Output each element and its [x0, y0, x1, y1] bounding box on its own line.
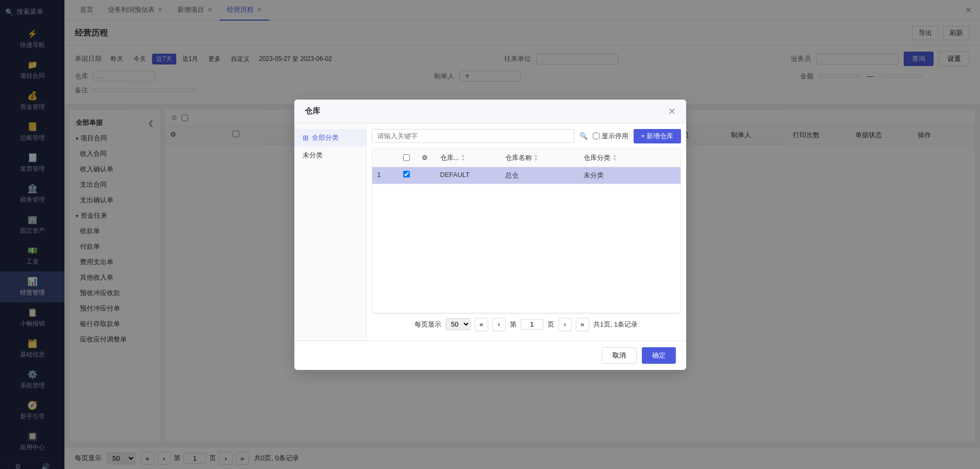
modal-th-num — [372, 149, 398, 167]
modal-search-bar: 🔍 显示停用 + 新增仓库 — [372, 129, 681, 143]
show-disabled-checkbox[interactable] — [593, 133, 600, 139]
modal-td-num: 1 — [372, 167, 398, 184]
modal-total-info: 共1页, 1条记录 — [593, 320, 638, 329]
modal-left-panel: ⊞全部分类未分类 — [294, 124, 367, 341]
modal-overlay: 仓库 ✕ ⊞全部分类未分类 🔍 显示停用 + 新增仓库 — [0, 0, 980, 469]
warehouse-modal: 仓库 ✕ ⊞全部分类未分类 🔍 显示停用 + 新增仓库 — [294, 100, 686, 370]
modal-td-check[interactable] — [398, 167, 417, 184]
modal-td-name: 总仓 — [500, 167, 579, 184]
modal-left-item-全部分类[interactable]: ⊞全部分类 — [294, 129, 366, 147]
confirm-button[interactable]: 确定 — [642, 347, 676, 364]
modal-td-code: DEFAULT — [435, 167, 500, 184]
modal-th-check — [398, 149, 417, 167]
modal-warehouse-table: ⚙ 仓库... ▲▼ 仓库名称 ▲▼ 仓库分类 ▲▼ — [372, 149, 681, 313]
modal-th-code: 仓库... ▲▼ — [435, 149, 500, 167]
modal-td-category: 未分类 — [578, 167, 680, 184]
modal-per-page-select[interactable]: 50 — [445, 318, 471, 330]
modal-right-panel: 🔍 显示停用 + 新增仓库 ⚙ — [367, 124, 686, 341]
modal-select-all[interactable] — [403, 154, 410, 161]
modal-search-icon[interactable]: 🔍 — [579, 132, 588, 140]
modal-next-page[interactable]: › — [558, 318, 572, 331]
modal-th-name: 仓库名称 ▲▼ — [500, 149, 579, 167]
modal-page-input[interactable] — [521, 319, 543, 330]
modal-prev-page[interactable]: ‹ — [492, 318, 506, 331]
modal-title: 仓库 — [305, 106, 320, 116]
modal-per-page-label: 每页显示 — [414, 320, 441, 329]
modal-page-suffix: 页 — [547, 320, 554, 329]
modal-body: ⊞全部分类未分类 🔍 显示停用 + 新增仓库 — [294, 124, 686, 341]
modal-table-row[interactable]: 1 DEFAULT 总仓 未分类 — [372, 167, 680, 184]
modal-footer: 取消 确定 — [294, 341, 686, 370]
modal-th-category: 仓库分类 ▲▼ — [578, 149, 680, 167]
modal-table-body: 1 DEFAULT 总仓 未分类 — [372, 167, 680, 184]
modal-last-page[interactable]: » — [576, 318, 589, 331]
add-warehouse-button[interactable]: + 新增仓库 — [634, 129, 680, 143]
cancel-button[interactable]: 取消 — [602, 347, 637, 364]
modal-first-page[interactable]: « — [475, 318, 488, 331]
modal-left-item-未分类[interactable]: 未分类 — [294, 147, 366, 164]
modal-header: 仓库 ✕ — [294, 100, 686, 124]
modal-table-header: ⚙ 仓库... ▲▼ 仓库名称 ▲▼ 仓库分类 ▲▼ — [372, 149, 680, 167]
modal-th-gear: ⚙ — [417, 149, 435, 167]
show-disabled-label: 显示停用 — [593, 132, 628, 141]
modal-close-button[interactable]: ✕ — [668, 106, 676, 117]
modal-pagination: 每页显示 50 « ‹ 第 页 › » 共1页, 1条记录 — [372, 313, 681, 335]
warehouse-search-input[interactable] — [372, 129, 575, 143]
grid-icon: ⊞ — [303, 134, 309, 142]
modal-td-gear — [417, 167, 435, 184]
modal-page-label: 第 — [510, 320, 517, 329]
